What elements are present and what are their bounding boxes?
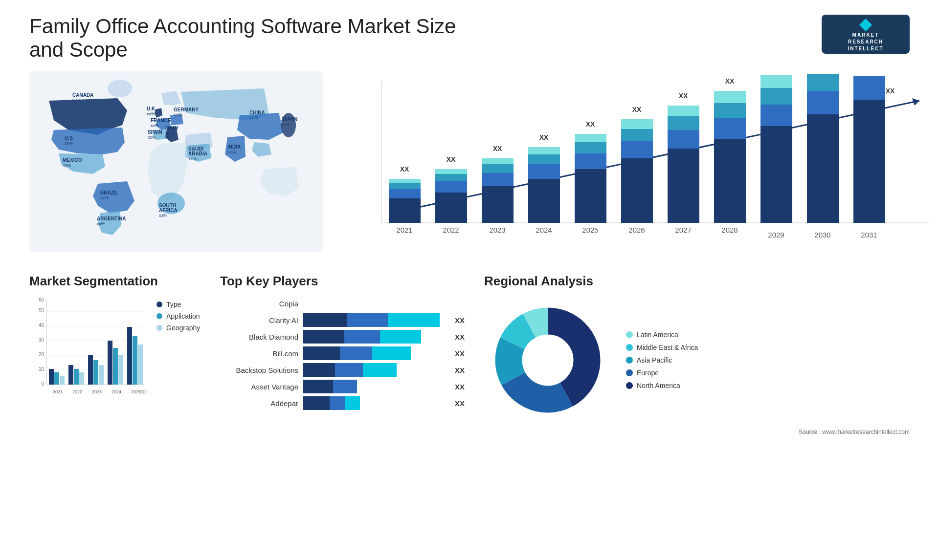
logo-letter: ◆ — [859, 16, 872, 32]
svg-rect-39 — [621, 141, 653, 158]
svg-text:XX: XX — [886, 87, 895, 95]
bar-2027: XX 2027 — [668, 92, 699, 234]
svg-rect-22 — [482, 164, 514, 173]
player-bar-backstop — [303, 363, 447, 377]
legend-dot-asia — [626, 357, 633, 364]
svg-rect-100 — [133, 336, 137, 385]
player-bar-assetvantage — [303, 380, 447, 393]
bar-2031: 2031 XX — [853, 76, 895, 239]
country-value-mexico: xx% — [63, 163, 71, 168]
svg-rect-27 — [528, 164, 560, 179]
svg-rect-38 — [621, 158, 653, 223]
country-label-canada: CANADA — [72, 92, 93, 98]
player-bar-copia — [303, 297, 465, 310]
svg-text:2028: 2028 — [721, 226, 738, 234]
svg-text:XX: XX — [725, 77, 735, 85]
svg-text:2023: 2023 — [489, 226, 505, 234]
svg-rect-101 — [138, 345, 143, 385]
donut-svg — [484, 297, 611, 424]
legend-mea: Middle East & Africa — [626, 344, 698, 351]
svg-rect-84 — [54, 372, 59, 385]
player-blackdiamond: Black Diamond XX — [220, 330, 465, 344]
svg-text:2026: 2026 — [628, 226, 645, 234]
svg-rect-34 — [575, 142, 606, 153]
svg-rect-26 — [528, 179, 560, 223]
bar-2028: XX 2028 — [714, 77, 746, 234]
svg-rect-56 — [760, 126, 792, 223]
seg-legend: Type Application Geography — [156, 301, 200, 332]
player-name-blackdiamond: Black Diamond — [220, 333, 298, 341]
svg-point-1 — [108, 80, 132, 97]
key-players-title: Top Key Players — [220, 274, 465, 289]
bar-2029: 2029 — [760, 75, 792, 239]
svg-text:XX: XX — [679, 92, 688, 100]
player-bar-addepar — [303, 396, 447, 410]
svg-rect-44 — [668, 149, 699, 223]
player-bar-billcom — [303, 346, 447, 360]
legend-label-north-america: North America — [637, 382, 680, 389]
player-clarity: Clarity AI XX — [220, 313, 465, 327]
player-xx-blackdiamond: XX — [455, 333, 465, 341]
svg-rect-45 — [668, 130, 699, 149]
country-label-brazil: BRAZIL — [100, 190, 118, 195]
svg-rect-15 — [435, 181, 467, 193]
bar-2022: XX 2022 — [435, 155, 467, 234]
seg-dot-type — [156, 302, 162, 307]
svg-rect-21 — [482, 173, 514, 186]
seg-label-type: Type — [166, 301, 181, 308]
svg-text:2027: 2027 — [675, 226, 691, 234]
svg-text:2025: 2025 — [582, 226, 598, 234]
country-label-china: CHINA — [249, 110, 265, 115]
svg-rect-63 — [807, 74, 839, 91]
country-label-uk: U.K. — [147, 106, 156, 111]
world-map-svg: CANADA xx% U.S. xx% MEXICO xx% BRAZIL xx… — [29, 71, 323, 252]
logo-area: ◆ MARKETRESEARCHINTELLECT — [822, 15, 910, 54]
svg-text:0: 0 — [41, 381, 44, 387]
svg-rect-17 — [435, 169, 467, 174]
svg-text:XX: XX — [447, 155, 456, 163]
country-value-france: xx% — [151, 123, 159, 128]
player-name-copia: Copia — [220, 300, 298, 308]
svg-rect-28 — [528, 154, 560, 164]
legend-asia-pacific: Asia Pacific — [626, 356, 698, 364]
country-label-france: FRANCE — [151, 118, 171, 123]
country-value-germany: xx% — [174, 112, 182, 117]
svg-rect-83 — [49, 369, 54, 385]
players-list: Copia Clarity AI XX — [220, 297, 465, 410]
segmentation-chart-svg: 0 10 20 30 40 50 60 — [29, 297, 147, 404]
country-value-brazil: xx% — [100, 195, 109, 200]
svg-rect-20 — [482, 186, 514, 223]
player-name-billcom: Bill.com — [220, 349, 298, 358]
svg-line-6 — [391, 101, 919, 213]
bar-2030: 2030 — [807, 74, 839, 239]
regional-section: Regional Analysis — [484, 274, 910, 435]
country-label-germany: GERMANY — [174, 107, 199, 112]
svg-rect-40 — [621, 129, 653, 141]
country-value-southafrica: xx% — [159, 213, 167, 218]
country-label-spain: SPAIN — [148, 129, 162, 135]
country-value-canada: xx% — [72, 98, 81, 103]
player-name-addepar: Addepar — [220, 399, 298, 408]
donut-chart — [484, 297, 611, 424]
svg-rect-58 — [760, 88, 792, 105]
svg-rect-66 — [853, 76, 885, 100]
player-addepar: Addepar XX — [220, 396, 465, 410]
player-name-assetvantage: Asset Vantage — [220, 383, 298, 391]
svg-rect-9 — [389, 189, 421, 198]
svg-text:60: 60 — [39, 297, 45, 302]
svg-rect-14 — [435, 193, 467, 223]
player-xx-addepar: XX — [455, 399, 465, 408]
main-row: CANADA xx% U.S. xx% MEXICO xx% BRAZIL xx… — [29, 71, 910, 259]
player-xx-backstop: XX — [455, 366, 465, 374]
legend-dot-europe — [626, 369, 633, 376]
regional-legend: Latin America Middle East & Africa Asia … — [626, 331, 698, 389]
legend-label-mea: Middle East & Africa — [637, 344, 698, 351]
svg-rect-52 — [714, 103, 746, 118]
header: Family Office Accounting Software Market… — [29, 15, 910, 62]
svg-rect-91 — [88, 355, 93, 385]
svg-text:XX: XX — [400, 165, 409, 173]
svg-point-109 — [522, 335, 573, 386]
bar-2026: XX 2026 — [621, 106, 653, 234]
svg-text:20: 20 — [39, 352, 45, 357]
logo-box: ◆ MARKETRESEARCHINTELLECT — [822, 15, 910, 54]
